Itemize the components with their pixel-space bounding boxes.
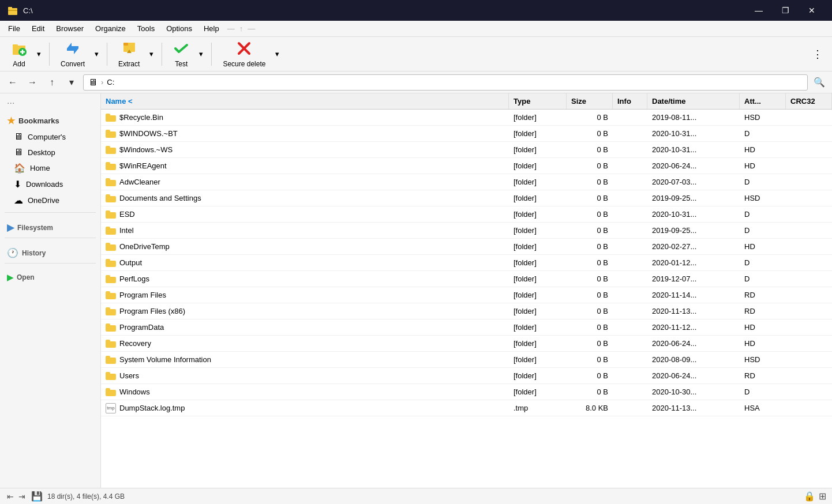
file-name: ESD [119,210,135,219]
table-row[interactable]: AdwCleaner [folder] 0 B 2020-07-03... D [101,174,832,190]
nav-back-button[interactable]: ← [5,74,21,91]
file-type: [folder] [509,322,567,333]
menu-tools[interactable]: Tools [132,22,160,35]
table-row[interactable]: Windows [folder] 0 B 2020-10-30... D [101,384,832,400]
file-type: [folder] [509,354,567,365]
file-attr: HSD [740,193,786,204]
file-datetime: 2020-08-09... [647,354,740,365]
statusbar-prev-button[interactable]: ⇤ [6,492,15,501]
test-dropdown[interactable]: ▾ [196,40,207,69]
test-button[interactable]: Test [167,40,196,69]
history-icon: 🕐 [7,247,18,258]
table-row[interactable]: System Volume Information [folder] 0 B 2… [101,352,832,368]
folder-icon [106,130,116,138]
file-attr: D [740,176,786,187]
filelist-container: Name < Type Size Info Date/time Att... C… [101,93,832,488]
file-info [613,375,647,377]
file-name: $WinREAgent [119,161,167,170]
minimize-button[interactable]: — [745,0,772,21]
table-row[interactable]: Users [folder] 0 B 2020-06-24... RD [101,368,832,384]
table-row[interactable]: Documents and Settings [folder] 0 B 2019… [101,190,832,206]
table-row[interactable]: $Recycle.Bin [folder] 0 B 2019-08-11... … [101,110,832,126]
toolbar-sep-1 [49,43,50,66]
folder-icon [106,178,116,186]
table-row[interactable]: OneDriveTemp [folder] 0 B 2020-02-27... … [101,239,832,255]
secure-delete-button[interactable]: Secure delete [216,40,272,69]
file-info [613,359,647,361]
add-group: Add ▾ [5,40,44,69]
sidebar-item-desktop[interactable]: 🖥 Desktop [2,145,98,160]
folder-icon [106,307,116,315]
nav-up-button[interactable]: ↑ [44,74,60,91]
menubar: File Edit Browser Organize Tools Options… [0,21,832,37]
col-datetime[interactable]: Date/time [647,93,740,109]
search-button[interactable]: 🔍 [811,74,827,91]
statusbar-text: 18 dir(s), 4 file(s), 4.4 GB [47,492,799,501]
statusbar-lock-icon[interactable]: 🔒 [804,491,815,502]
secure-delete-dropdown[interactable]: ▾ [272,40,283,69]
add-button[interactable]: Add [5,40,33,69]
menu-file[interactable]: File [2,22,26,35]
menu-organize[interactable]: Organize [89,22,132,35]
extract-button[interactable]: Extract [112,40,146,69]
file-name: ProgramData [119,323,164,332]
table-row[interactable]: Program Files [folder] 0 B 2020-11-14...… [101,287,832,303]
file-name-cell: ProgramData [101,322,509,333]
maximize-button[interactable]: ❐ [772,0,799,21]
filesystem-icon: ▶ [7,222,14,233]
menu-options[interactable]: Options [160,22,198,35]
statusbar-next-button[interactable]: ⇥ [17,492,27,501]
col-info[interactable]: Info [613,93,647,109]
close-button[interactable]: ✕ [799,0,825,21]
col-name[interactable]: Name < [101,93,509,109]
file-size: 8.0 KB [567,403,613,413]
file-info [613,294,647,296]
sidebar-item-open[interactable]: ▶ Open [0,269,100,283]
more-button[interactable]: ⋮ [808,46,827,63]
file-type: [folder] [509,209,567,220]
table-row[interactable]: ProgramData [folder] 0 B 2020-11-12... H… [101,319,832,336]
sidebar-item-filesystem[interactable]: ▶ Filesystem [0,219,100,234]
sidebar-item-home[interactable]: 🏠 Home [2,160,98,176]
col-crc32[interactable]: CRC32 [786,93,832,109]
col-size[interactable]: Size [567,93,613,109]
table-row[interactable]: $Windows.~WS [folder] 0 B 2020-10-31... … [101,142,832,158]
open-icon: ▶ [7,273,13,282]
table-row[interactable]: PerfLogs [folder] 0 B 2019-12-07... D [101,271,832,287]
table-row[interactable]: $WINDOWS.~BT [folder] 0 B 2020-10-31... … [101,126,832,142]
statusbar-disk-icon: 💾 [31,491,43,502]
col-type[interactable]: Type [509,93,567,109]
table-row[interactable]: tmp DumpStack.log.tmp .tmp 8.0 KB 2020-1… [101,400,832,416]
file-crc [786,294,832,296]
table-row[interactable]: ESD [folder] 0 B 2020-10-31... D [101,206,832,223]
address-bar[interactable]: 🖥 › C: [83,74,808,91]
file-info [613,310,647,313]
table-row[interactable]: Intel [folder] 0 B 2019-09-25... D [101,223,832,239]
file-type: [folder] [509,144,567,155]
sidebar-dots[interactable]: ··· [0,96,100,111]
table-row[interactable]: $WinREAgent [folder] 0 B 2020-06-24... H… [101,158,832,174]
sidebar-item-computers[interactable]: 🖥 Computer's [2,129,98,144]
menu-browser[interactable]: Browser [50,22,89,35]
convert-button[interactable]: Convert [54,40,91,69]
menu-edit[interactable]: Edit [26,22,50,35]
toolbar: Add ▾ Convert ▾ [0,37,832,72]
folder-icon [106,372,116,380]
file-size: 0 B [567,386,613,397]
statusbar-view-icon[interactable]: ⊞ [819,491,826,502]
col-attr[interactable]: Att... [740,93,786,109]
convert-dropdown[interactable]: ▾ [91,40,102,69]
add-dropdown[interactable]: ▾ [33,40,44,69]
sidebar-item-onedrive[interactable]: ☁ OneDrive [2,193,98,208]
menu-help[interactable]: Help [198,22,225,35]
table-row[interactable]: Output [folder] 0 B 2020-01-12... D [101,255,832,271]
nav-forward-button[interactable]: → [24,74,40,91]
file-datetime: 2020-11-14... [647,289,740,300]
table-row[interactable]: Program Files (x86) [folder] 0 B 2020-11… [101,303,832,319]
menu-arrow: ↑ [237,24,246,33]
sidebar-item-history[interactable]: 🕐 History [0,244,100,259]
addr-dropdown-button[interactable]: ▾ [63,74,80,91]
sidebar-item-downloads[interactable]: ⬇ Downloads [2,176,98,192]
table-row[interactable]: Recovery [folder] 0 B 2020-06-24... HD [101,336,832,352]
extract-dropdown[interactable]: ▾ [146,40,157,69]
